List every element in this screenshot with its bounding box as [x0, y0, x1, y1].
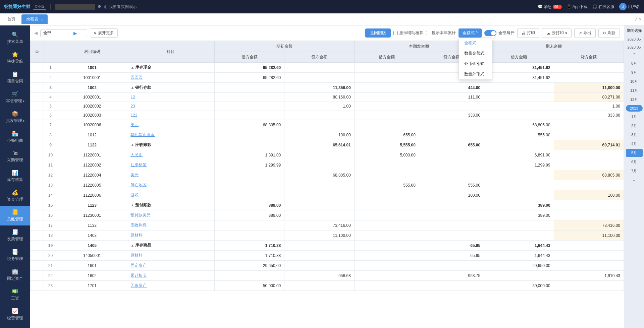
cell-name[interactable]: 原材料: [127, 231, 215, 241]
cell-name[interactable]: 人民币: [127, 150, 215, 160]
sidebar-item-ledger[interactable]: 📒 总账管理: [0, 206, 30, 225]
cell-name[interactable]: 游戏: [127, 190, 215, 200]
period-2[interactable]: 2月: [626, 122, 643, 130]
cell-settings: [31, 111, 44, 120]
mode-btn[interactable]: 金额式 ^: [459, 28, 482, 38]
auxiliary-check[interactable]: [393, 31, 398, 35]
app-download-btn[interactable]: 📱 App下载: [567, 4, 588, 10]
sidebar-item-inventory[interactable]: 📊 库存核算: [0, 166, 30, 186]
cell-settings: [31, 63, 44, 73]
subject-search-box[interactable]: ▶: [40, 29, 87, 37]
sidebar-item-search[interactable]: 🔍 搜索菜单: [0, 28, 30, 48]
cell-current-debit: [354, 281, 419, 291]
cell-name[interactable]: 累计折旧: [127, 271, 215, 281]
period-3[interactable]: 3月: [626, 131, 643, 139]
tab-close-icon[interactable]: ×: [41, 17, 43, 21]
period-2023-05-top[interactable]: 2023.05: [626, 36, 643, 43]
sidebar-item-finance[interactable]: 💰 资金管理: [0, 186, 30, 206]
sidebar-item-label: 固定资产: [1, 276, 29, 281]
period-2023-year[interactable]: 2023: [626, 105, 643, 112]
ytd-check[interactable]: [426, 31, 430, 35]
search-placeholder[interactable]: [55, 4, 95, 10]
subject-search-input[interactable]: [43, 31, 73, 36]
sidebar-item-nav[interactable]: ⭐ 快捷导航: [0, 48, 30, 68]
th-settings[interactable]: ⚙: [31, 41, 44, 63]
online-service-btn[interactable]: 🎧 在线客服: [592, 4, 614, 10]
cell-name[interactable]: 预付款美元: [127, 210, 215, 220]
sidebar-item-tax[interactable]: 📑 税务管理: [0, 245, 30, 265]
period-9[interactable]: 9月: [626, 69, 643, 76]
refresh-btn[interactable]: ↻ 刷新: [598, 28, 620, 38]
sidebar-item-wholesale[interactable]: 📦 批发管理 ▾: [0, 107, 30, 127]
tab-balance[interactable]: 余额表 ×: [21, 14, 48, 24]
sidebar-item-expense[interactable]: 💳 小畅报销: [0, 324, 30, 328]
cell-name[interactable]: 往来标签: [127, 160, 215, 170]
sidebar-item-ecommerce[interactable]: 🏪 小畅电商: [0, 127, 30, 147]
period-10[interactable]: 10月: [626, 78, 643, 85]
sidebar-item-retail[interactable]: 🛒 零售管理 ▾: [0, 87, 30, 107]
mode-option-qty-amount[interactable]: 数量金额式: [459, 48, 492, 59]
cell-closing-debit: [484, 93, 554, 102]
cell-name[interactable]: 12: [127, 93, 215, 102]
cell-code: 1405: [57, 241, 127, 251]
cell-name[interactable]: 美元: [127, 120, 215, 130]
toggle-switch[interactable]: [484, 30, 496, 36]
back-old-btn[interactable]: 退回旧版: [365, 28, 391, 38]
sidebar-item-management[interactable]: 📈 经营管理: [0, 305, 30, 324]
period-5[interactable]: 5月: [626, 149, 643, 157]
expand-icon[interactable]: ▲: [130, 143, 134, 147]
tab-home[interactable]: 首页: [3, 14, 20, 24]
cell-name[interactable]: 应收利息: [127, 220, 215, 231]
sidebar-item-purchase[interactable]: 🛍 采购管理: [0, 147, 30, 166]
mode-option-qty-foreign[interactable]: 数量外币式: [459, 69, 492, 79]
cell-name[interactable]: 回回回: [127, 73, 215, 83]
cell-name[interactable]: 所在地区: [127, 180, 215, 190]
sidebar-item-salary[interactable]: 💵 工资: [0, 285, 30, 305]
user-avatar[interactable]: U 用户名: [619, 3, 640, 10]
expand-more-btn[interactable]: ∨ 展开更多: [90, 28, 118, 38]
show-auxiliary-checkbox[interactable]: 显示辅助核算: [393, 30, 423, 36]
period-7[interactable]: 7月: [626, 167, 643, 175]
export-btn[interactable]: ↗ 导出: [574, 28, 596, 38]
expand-icon[interactable]: ▲: [130, 85, 134, 89]
expand-icon[interactable]: ▲: [130, 65, 134, 69]
period-6[interactable]: 6月: [626, 158, 643, 166]
th-closing-debit: 借方金额: [484, 52, 554, 63]
cell-name[interactable]: 122: [127, 111, 215, 120]
demo-link[interactable]: ◎ 我要看实例演示: [104, 4, 137, 10]
period-4[interactable]: 4月: [626, 140, 643, 148]
back-nav-icon[interactable]: ◀: [34, 30, 38, 36]
expand-all-toggle[interactable]: 全部展开: [484, 30, 515, 36]
period-2023-05-bot[interactable]: 2023.05: [626, 44, 643, 51]
period-11[interactable]: 11月: [626, 87, 643, 94]
cell-name[interactable]: 原材料: [127, 251, 215, 261]
show-ytd-checkbox[interactable]: 显示本年累计: [426, 30, 456, 36]
period-down-icon[interactable]: ⌄: [632, 176, 636, 183]
mode-option-foreign-amount[interactable]: 外币金额式: [459, 59, 492, 69]
cell-closing-debit: 31,451.62: [484, 73, 554, 83]
cell-name[interactable]: 其他货币资金: [127, 130, 215, 140]
sidebar-item-invoice[interactable]: 🧾 发票管理: [0, 225, 30, 245]
period-up-icon[interactable]: ⌃: [632, 52, 636, 58]
cell-name[interactable]: 无形资产: [127, 281, 215, 291]
expand-icon[interactable]: ▲: [130, 203, 134, 207]
period-8[interactable]: 8月: [626, 60, 643, 67]
cell-name[interactable]: 23: [127, 102, 215, 111]
cell-name[interactable]: 美元: [127, 170, 215, 180]
cell-current-debit: [354, 200, 419, 210]
period-1[interactable]: 1月: [626, 113, 643, 121]
tab-close-all-icon[interactable]: ×: [639, 17, 641, 22]
print-btn[interactable]: 🖨 打印: [517, 28, 539, 38]
sidebar-item-contract[interactable]: 📋 项目合同: [0, 68, 30, 87]
search-confirm-icon[interactable]: ▶: [73, 30, 77, 36]
cell-name[interactable]: 固定资产: [127, 261, 215, 271]
cloud-print-btn[interactable]: ☁ 云打印 ▾: [542, 28, 572, 38]
message-btn[interactable]: 💬 消息 99+: [538, 4, 562, 10]
period-12[interactable]: 12月: [626, 96, 643, 104]
sidebar-item-assets[interactable]: 🏢 固定资产: [0, 265, 30, 285]
gear-icon[interactable]: ⚙: [98, 4, 101, 9]
tab-restore-icon[interactable]: ⤢: [634, 17, 638, 22]
mode-option-amount[interactable]: 金额式: [459, 38, 492, 48]
cell-closing-debit: 6,891.00: [484, 150, 554, 160]
expand-icon[interactable]: ▲: [130, 243, 134, 247]
